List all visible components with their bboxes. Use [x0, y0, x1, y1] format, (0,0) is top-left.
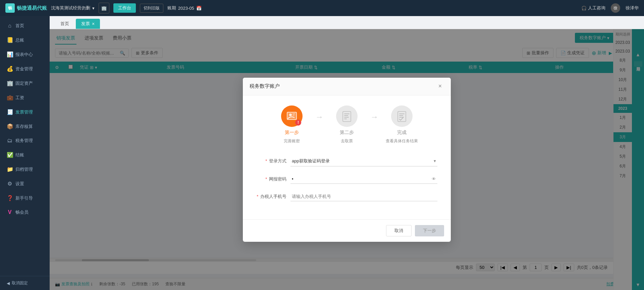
login-method-select[interactable]: app获取验证码登录 ▾	[290, 156, 437, 166]
sidebar-item-tax[interactable]: 🗂 税务管理	[0, 134, 50, 148]
ledger-icon: 📒	[7, 37, 13, 43]
svg-rect-6	[344, 115, 348, 116]
sidebar-label-ledger: 总账	[15, 37, 24, 43]
user-avatar: 徐	[611, 3, 620, 13]
cancel-button[interactable]: 取消	[386, 225, 412, 236]
svg-rect-5	[344, 114, 350, 114]
form-password: * 网报密码 👁	[256, 174, 437, 184]
tab-home[interactable]: 首页	[55, 19, 74, 29]
modal-body: ! 第一步 完善账密 →	[243, 95, 451, 219]
modal-tax-digital: 税务数字账户 ×	[243, 78, 451, 242]
tab-invoice[interactable]: 发票 ×	[76, 19, 100, 29]
sidebar-item-payroll[interactable]: 💼 工资	[0, 90, 50, 105]
member-icon: V	[7, 209, 13, 215]
sidebar-label-assets: 固定资产	[15, 80, 33, 86]
sidebar-label-settings: 设置	[15, 181, 24, 187]
steps: ! 第一步 完善账密 →	[256, 105, 437, 144]
tab-bar: 首页 发票 ×	[50, 16, 644, 29]
funds-icon: 💰	[7, 66, 13, 72]
sidebar-label-member: 畅会员	[15, 209, 29, 215]
sidebar-label-home: 首页	[15, 23, 24, 29]
step-2: 第二步 去取票	[323, 105, 370, 144]
login-method-dropdown-icon: ▾	[434, 158, 436, 163]
eye-toggle-icon[interactable]: 👁	[432, 176, 436, 182]
topbar-right: 🎧 人工咨询 徐 徐泽华	[581, 3, 639, 13]
step-complete-label: 完成	[397, 130, 407, 136]
step-2-icon	[336, 105, 358, 127]
pin-icon: ◀	[7, 281, 10, 286]
next-button[interactable]: 下一步	[415, 225, 444, 236]
arrow-1: →	[315, 105, 323, 122]
sidebar-label-archive: 归档管理	[15, 166, 33, 172]
home-icon: ⌂	[7, 23, 13, 29]
topbar: 畅 畅捷通易代账 沈海英测试经营勿删 ▾ 🏢 工作台 切到旧版 账期 2023-…	[0, 0, 644, 16]
tab-close-icon[interactable]: ×	[92, 21, 95, 26]
company-icon-btn[interactable]: 🏢	[99, 3, 109, 13]
form-login-method: * 登录方式 app获取验证码登录 ▾	[256, 156, 437, 166]
guide-icon: ❓	[7, 195, 13, 201]
company-name: 沈海英测试经营勿删	[51, 5, 90, 11]
sidebar-label-tax: 税务管理	[15, 138, 33, 144]
phone-input[interactable]	[290, 192, 437, 201]
company-dropdown-icon: ▾	[92, 6, 95, 11]
svg-rect-11	[399, 115, 403, 116]
app-name: 畅捷通易代账	[17, 5, 47, 11]
workspace-button[interactable]: 工作台	[113, 3, 136, 13]
svg-rect-10	[399, 114, 405, 114]
svg-rect-9	[398, 112, 406, 122]
support-btn[interactable]: 🎧 人工咨询	[581, 5, 605, 11]
calendar-icon[interactable]: 📅	[196, 6, 202, 11]
svg-rect-8	[344, 119, 347, 119]
sidebar-item-member[interactable]: V 畅会员	[0, 205, 50, 219]
sidebar-label-guide: 新手引导	[15, 195, 33, 201]
svg-point-1	[289, 114, 292, 116]
modal-close-button[interactable]: ×	[436, 82, 444, 90]
svg-rect-12	[399, 117, 404, 118]
sidebar-item-guide[interactable]: ❓ 新手引导	[0, 191, 50, 205]
required-marker-3: *	[257, 194, 258, 199]
content-area: 首页 发票 × 销项发票 进项发票 费用小票	[50, 16, 644, 290]
sidebar-item-settings[interactable]: ⚙ 设置	[0, 176, 50, 191]
password-input[interactable]	[292, 176, 432, 182]
reports-icon: 📊	[7, 51, 13, 58]
sidebar-item-settlement[interactable]: ✅ 结账	[0, 148, 50, 162]
sidebar-item-inventory[interactable]: 📦 库存核算	[0, 119, 50, 134]
password-input-row: 👁	[290, 174, 437, 184]
sidebar-item-home[interactable]: ⌂ 首页	[0, 19, 50, 33]
archive-icon: 📁	[7, 166, 13, 172]
step-complete-icon	[391, 105, 413, 127]
company-selector[interactable]: 沈海英测试经营勿删 ▾	[51, 5, 95, 11]
step-1-desc: 完善账密	[284, 138, 300, 144]
period-display: 账期 2023-05 📅	[167, 5, 202, 11]
settings-icon: ⚙	[7, 180, 13, 187]
switch-version-button[interactable]: 切到旧版	[140, 4, 163, 13]
svg-rect-4	[343, 112, 351, 122]
sidebar-item-funds[interactable]: 💰 资金管理	[0, 62, 50, 76]
app-logo: 畅 畅捷通易代账	[5, 3, 47, 13]
step-complete: 完成 查看具体任务结果	[378, 105, 425, 144]
sidebar-item-assets[interactable]: 🏢 固定资产	[0, 76, 50, 90]
sidebar-label-settlement: 结账	[15, 152, 24, 158]
step-2-desc: 去取票	[341, 138, 353, 144]
payroll-icon: 💼	[7, 94, 13, 101]
sidebar-item-reports[interactable]: 📊 报表中心	[0, 47, 50, 62]
main-layout: ⌂ 首页 📒 总账 📊 报表中心 💰 资金管理 🏢 固定资产 💼 工资 🧾 发票…	[0, 16, 644, 290]
settlement-icon: ✅	[7, 152, 13, 158]
invoice-tab-label: 发票	[81, 21, 90, 27]
svg-rect-2	[292, 114, 295, 114]
sidebar-label-invoice: 发票管理	[15, 109, 33, 115]
step-1-badge: !	[295, 120, 301, 126]
sidebar-item-invoice[interactable]: 🧾 发票管理	[0, 105, 50, 119]
modal-overlay: 税务数字账户 ×	[50, 29, 644, 290]
step-complete-desc: 查看具体任务结果	[386, 138, 418, 144]
headset-icon: 🎧	[581, 6, 587, 11]
form-phone: * 办税人手机号	[256, 192, 437, 201]
page-content: 销项发票 进项发票 费用小票 税务数字账户 ▾ 取票	[50, 29, 644, 290]
sidebar-item-ledger[interactable]: 📒 总账	[0, 33, 50, 47]
logo-icon: 畅	[5, 3, 15, 13]
inventory-icon: 📦	[7, 123, 13, 130]
sidebar-item-archive[interactable]: 📁 归档管理	[0, 162, 50, 176]
phone-label: * 办税人手机号	[256, 194, 286, 200]
period-value: 2023-05	[178, 6, 194, 11]
sidebar-unpin[interactable]: ◀ 取消固定	[0, 276, 50, 290]
